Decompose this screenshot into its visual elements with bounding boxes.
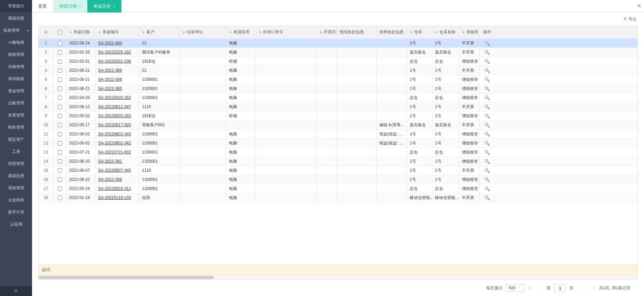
table-row[interactable]: 12022-06-24SA-2022-40022电脑1号1号不开票🔍 (38, 39, 638, 48)
view-icon[interactable]: 🔍 (485, 77, 490, 82)
row-checkbox[interactable] (58, 168, 62, 173)
view-icon[interactable]: 🔍 (485, 95, 490, 100)
col-cash-info[interactable]: 现结收款信息 (337, 26, 377, 38)
tab[interactable]: 经营日报× (53, 0, 87, 12)
row-checkbox[interactable] (58, 114, 62, 118)
view-icon[interactable]: 🔍 (485, 86, 490, 91)
row-checkbox[interactable] (58, 123, 62, 127)
tab[interactable]: 单据历史× (87, 0, 121, 12)
col-warehouse[interactable]: ▲▼仓库 (407, 26, 432, 38)
col-no[interactable]: ▲▼单据编号 (95, 26, 139, 38)
table-row[interactable]: 162022-06-22SA-2022-3691100001电脑1号1号增值税专… (38, 175, 638, 184)
close-icon[interactable]: × (113, 4, 115, 8)
sidebar-footer[interactable]: ⚙ (0, 286, 32, 296)
row-select[interactable] (54, 111, 66, 120)
row-select[interactable] (54, 39, 66, 47)
table-row[interactable]: 82022-06-12SA-20220612-3471119电脑1号1号不开票🔍 (38, 102, 638, 111)
row-checkbox[interactable] (58, 141, 62, 145)
row-checkbox[interactable] (58, 105, 62, 109)
view-icon[interactable]: 🔍 (485, 168, 490, 173)
row-checkbox[interactable] (58, 77, 62, 82)
view-icon[interactable]: 🔍 (485, 123, 490, 128)
view-icon[interactable]: 🔍 (485, 68, 490, 73)
doc-no-link[interactable]: SA-20220612-347 (98, 104, 131, 109)
export-button[interactable]: 导出 (628, 17, 637, 22)
row-select[interactable] (54, 57, 66, 66)
row-select[interactable] (54, 148, 66, 157)
sidebar-item[interactable]: 企业协同 (0, 194, 32, 206)
doc-no-link[interactable]: SA-20220118-133 (98, 195, 131, 200)
row-select[interactable] (54, 66, 66, 75)
view-icon[interactable]: 🔍 (485, 59, 490, 64)
table-row[interactable]: 132021-07-21SA-20210721-0021100001电脑总仓总仓… (38, 148, 638, 157)
table-row[interactable]: 72022-04-20SA-20220420-2621100001电脑总仓总仓增… (38, 93, 638, 102)
sidebar-item[interactable]: 工资 (0, 145, 32, 158)
tab[interactable]: 首页 (32, 0, 53, 12)
first-page-button[interactable]: K (527, 286, 533, 291)
table-row[interactable]: 52022-06-21SA-2022-3061100001电脑1号1号增值税专🔍 (38, 75, 638, 84)
col-settings[interactable]: ⚙ (38, 26, 54, 38)
table-row[interactable]: 172022-05-24SA-20220524-3111100001电脑总仓总仓… (38, 184, 638, 193)
sidebar-item[interactable]: 系统管理 (0, 182, 32, 194)
doc-no-link[interactable]: SA-2022-366 (98, 68, 122, 73)
doc-no-link[interactable]: SA-20220524-311 (98, 186, 131, 191)
horizontal-scrollbar[interactable] (38, 275, 638, 279)
col-unit[interactable]: ▲▼结算单位 (180, 26, 226, 38)
doc-no-link[interactable]: SA-20220602-342 (98, 141, 131, 145)
last-page-button[interactable]: 〉| (587, 285, 595, 291)
col-source[interactable]: ▲▼来源应用 (226, 26, 256, 38)
row-select[interactable] (54, 102, 66, 111)
select-all-checkbox[interactable] (58, 30, 62, 34)
row-checkbox[interactable] (58, 87, 62, 91)
doc-no-link[interactable]: SA-20220502-283 (98, 113, 131, 118)
doc-no-link[interactable]: SA-20220517-303 (98, 123, 131, 127)
doc-no-link[interactable]: SA-2022-361 (98, 159, 122, 164)
row-select[interactable] (54, 184, 66, 193)
view-icon[interactable]: 🔍 (485, 177, 490, 182)
sidebar-item[interactable]: 基础信息 (0, 12, 32, 24)
next-page-button[interactable]: 〉 (577, 285, 584, 291)
table-row[interactable]: 42022-06-21SA-2022-36622电脑1号1号不开票🔍 (38, 66, 638, 75)
table-row[interactable]: 62022-06-21SA-2022-3651100001电脑1号1号增值税专🔍 (38, 84, 638, 93)
view-icon[interactable]: 🔍 (485, 41, 490, 46)
view-icon[interactable]: 🔍 (485, 50, 490, 55)
sidebar-item[interactable]: 批发管理▾ (0, 24, 32, 36)
sidebar-item[interactable]: 资金管理 (0, 85, 32, 97)
row-checkbox[interactable] (58, 132, 62, 136)
sidebar-item[interactable]: 税务管理 (0, 121, 32, 133)
sidebar-item[interactable]: 新手引导 (0, 206, 32, 218)
doc-no-link[interactable]: SA-2022-400 (98, 41, 122, 45)
view-icon[interactable]: 🔍 (485, 159, 490, 164)
row-select[interactable] (54, 157, 66, 166)
table-row[interactable]: 102022-05-17SA-20220517-303零散客户001储值卡(零售… (38, 121, 638, 130)
row-checkbox[interactable] (58, 96, 62, 100)
doc-no-link[interactable]: SA-2022-369 (98, 177, 122, 182)
row-checkbox[interactable] (58, 159, 62, 164)
doc-no-link[interactable]: SA-2022-306 (98, 77, 122, 82)
sidebar-item[interactable]: 云应用 (0, 218, 32, 230)
row-select[interactable] (54, 75, 66, 84)
row-select[interactable] (54, 193, 66, 202)
row-checkbox[interactable] (58, 150, 62, 155)
doc-no-link[interactable]: SA-20210721-002 (98, 150, 131, 155)
col-customer[interactable]: ▲▼客户 (139, 26, 180, 38)
view-icon[interactable]: 🔍 (485, 104, 490, 109)
row-select[interactable] (54, 93, 66, 102)
row-checkbox[interactable] (58, 68, 62, 73)
table-row[interactable]: 142022-06-20SA-2022-3611100001电脑1号1号增值税专… (38, 157, 638, 166)
export-icon[interactable]: ⇱ (624, 17, 627, 22)
close-icon[interactable]: × (79, 4, 81, 8)
view-icon[interactable]: 🔍 (485, 195, 490, 200)
col-ticket[interactable]: ▲▼票据类 (459, 26, 479, 38)
sidebar-item[interactable]: 小畅电商 (0, 36, 32, 48)
table-row[interactable]: 122022-06-02SA-20220602-3421100001电脑现金(现… (38, 139, 638, 148)
row-select[interactable] (54, 139, 66, 147)
row-select[interactable] (54, 84, 66, 93)
row-select[interactable] (54, 130, 66, 138)
table-row[interactable]: 182022-01-18SA-20220118-133信用电脑移动仓管拣…移动仓… (38, 193, 638, 202)
scrollbar-thumb[interactable] (38, 276, 214, 279)
row-checkbox[interactable] (58, 59, 62, 64)
table-row[interactable]: 112022-06-02SA-20220602-3431100001电脑现金(现… (38, 130, 638, 139)
row-select[interactable] (54, 175, 66, 184)
row-checkbox[interactable] (58, 50, 62, 55)
